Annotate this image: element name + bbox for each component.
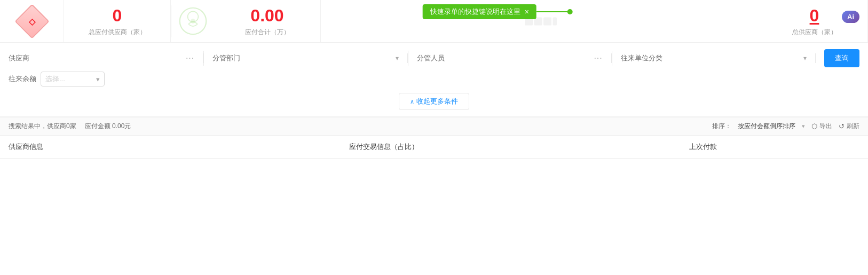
supplier-more-btn[interactable]: ···: [186, 53, 194, 63]
shortcut-tooltip: 快速录单的快捷键说明在这里 ×: [423, 4, 536, 19]
supplier-filter-input[interactable]: [40, 54, 182, 62]
total-payable-suppliers-stat: 0 总应付供应商（家）: [64, 0, 171, 42]
supplier-icon-area: [321, 0, 761, 42]
supplier-count-text: 搜索结果中，供应商0家: [9, 122, 76, 131]
supplier-filter: 供应商 ···: [9, 53, 203, 63]
payable-total-number: 0.00: [250, 5, 283, 26]
refresh-btn[interactable]: ↺ 刷新: [839, 122, 859, 131]
collapse-btn[interactable]: ∧ 收起更多条件: [399, 93, 469, 110]
tooltip-close-btn[interactable]: ×: [525, 7, 529, 16]
logo-area: ◇: [0, 0, 64, 42]
person-more-btn[interactable]: ···: [594, 53, 602, 63]
balance-select[interactable]: 选择... ▾: [41, 72, 105, 87]
collapse-row: ∧ 收起更多条件: [9, 91, 859, 114]
result-bar: 搜索结果中，供应商0家 应付金额 0.00元 排序： 按应付会额倒序排序 ▾ ⬡…: [0, 117, 868, 136]
person-filter-label: 分管人员: [417, 53, 445, 63]
col-payment-header: 上次付款: [689, 142, 859, 152]
col-transaction-header: 应付交易信息（占比）: [349, 142, 690, 152]
export-btn[interactable]: ⬡ 导出: [811, 122, 832, 131]
collapse-label: 收起更多条件: [416, 97, 458, 106]
unit-category-filter: 往来单位分类 ▾: [612, 53, 816, 63]
balance-select-placeholder: 选择...: [45, 74, 65, 84]
total-payable-suppliers-number: 0: [113, 5, 122, 26]
result-info: 搜索结果中，供应商0家 应付金额 0.00元: [9, 122, 131, 131]
total-suppliers-label: 总供应商（家）: [792, 28, 837, 37]
department-filter: 分管部门 ▾: [204, 53, 407, 63]
unit-category-label: 往来单位分类: [621, 53, 662, 63]
export-label: 导出: [819, 122, 832, 131]
table-header: 供应商信息 应付交易信息（占比） 上次付款: [0, 136, 868, 159]
svg-point-2: [191, 19, 195, 23]
person-filter-input[interactable]: [449, 54, 590, 62]
tooltip-text: 快速录单的快捷键说明在这里: [430, 7, 520, 17]
stats-bar: ◇ 0 总应付供应商（家） 0.00 应付合计（万） 0 总供应商（家）: [0, 0, 868, 43]
svg-rect-5: [543, 17, 551, 25]
tooltip-dot: [567, 9, 573, 14]
filter-area: 供应商 ··· 分管部门 ▾ 分管人员 ··· 往来单位分类 ▾ 查询 往来余额: [0, 43, 868, 117]
payable-total-label: 应付合计（万）: [245, 28, 290, 37]
payable-total-stat: 0.00 应付合计（万）: [214, 0, 321, 42]
collapse-icon: ∧: [410, 98, 414, 105]
filter-row-1: 供应商 ··· 分管部门 ▾ 分管人员 ··· 往来单位分类 ▾ 查询: [9, 49, 859, 67]
result-actions: 排序： 按应付会额倒序排序 ▾ ⬡ 导出 ↺ 刷新: [712, 122, 859, 131]
export-icon: ⬡: [811, 122, 817, 130]
diamond-icon: ◇: [14, 4, 49, 38]
coin-icon-area: [171, 0, 214, 43]
total-suppliers-number: 0: [810, 5, 819, 26]
query-button[interactable]: 查询: [824, 49, 859, 67]
balance-filter-label: 往来余额: [9, 74, 36, 84]
refresh-label: 刷新: [847, 122, 859, 131]
department-chevron-icon[interactable]: ▾: [396, 54, 399, 62]
payable-amount-text: 应付金额 0.00元: [85, 122, 131, 131]
ai-badge[interactable]: Ai: [842, 11, 859, 23]
sort-chevron-icon[interactable]: ▾: [802, 123, 805, 130]
table-body-empty: [0, 159, 868, 275]
sort-select[interactable]: 按应付会额倒序排序: [738, 122, 795, 131]
unit-category-chevron-icon[interactable]: ▾: [803, 54, 807, 62]
filter-row-2: 往来余额 选择... ▾: [9, 72, 859, 87]
total-payable-suppliers-label: 总应付供应商（家）: [89, 28, 146, 37]
department-filter-input[interactable]: [244, 54, 391, 62]
refresh-icon: ↺: [839, 122, 845, 130]
balance-chevron-icon: ▾: [96, 75, 100, 83]
sort-label: 排序：: [712, 122, 731, 131]
department-filter-label: 分管部门: [212, 53, 240, 63]
coin-icon: [178, 6, 208, 36]
svg-rect-6: [553, 17, 557, 25]
supplier-filter-label: 供应商: [9, 53, 35, 63]
unit-category-input[interactable]: [667, 54, 799, 62]
person-filter: 分管人员 ···: [408, 53, 612, 63]
col-supplier-header: 供应商信息: [9, 142, 349, 152]
